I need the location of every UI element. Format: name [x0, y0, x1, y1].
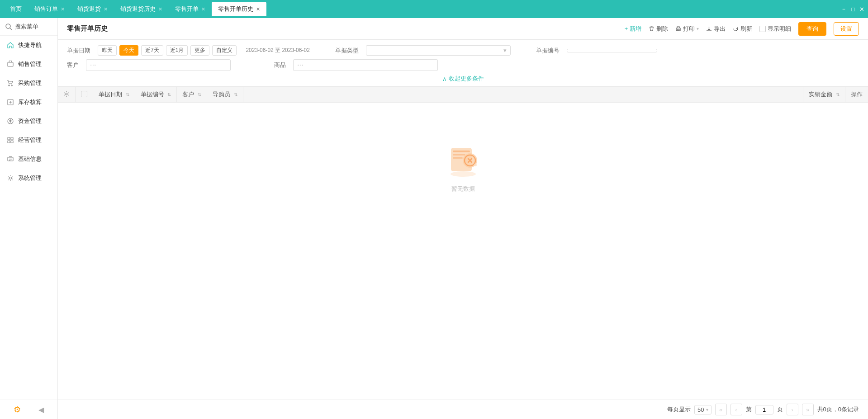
data-table: 单据日期 ⇅ 单据编号 ⇅ 客户 ⇅ 导购员 ⇅	[58, 87, 868, 103]
add-button[interactable]: + 新增	[625, 25, 641, 33]
tab-retail-open[interactable]: 零售开单 ✕	[169, 2, 212, 16]
svg-point-4	[11, 85, 12, 86]
date-range: 2023-06-02 至 2023-06-02	[246, 47, 309, 54]
sidebar-item-sales-mgmt[interactable]: 销售管理	[0, 55, 57, 74]
goods-input[interactable]: ···	[293, 59, 438, 71]
window-controls: － □ ✕	[841, 5, 864, 13]
date-btn-custom[interactable]: 自定义	[212, 45, 237, 56]
sidebar-item-purchase-mgmt[interactable]: 采购管理	[0, 74, 57, 93]
sidebar-item-basic-info[interactable]: 基础信息	[0, 150, 57, 169]
th-gear	[58, 87, 76, 103]
collapse-conditions-button[interactable]: ∧ 收起更多条件	[67, 75, 859, 83]
tab-home-label: 首页	[10, 5, 22, 13]
sidebar-bottom: ⚙ ◀	[0, 400, 57, 419]
gear-icon[interactable]	[63, 91, 70, 97]
per-page-arrow: ▾	[706, 407, 708, 412]
bill-type-label: 单据类型	[335, 47, 359, 55]
tab-sales-return[interactable]: 销货退货 ✕	[71, 2, 114, 16]
sidebar-item-sales-mgmt-label: 销售管理	[18, 60, 42, 68]
tab-retail-history[interactable]: 零售开单历史 ✕	[212, 2, 266, 16]
svg-point-23	[474, 164, 477, 166]
sidebar-item-system-mgmt-label: 系统管理	[18, 174, 42, 182]
print-button[interactable]: 打印 ▾	[675, 25, 699, 33]
sidebar-item-system-mgmt[interactable]: 系统管理	[0, 169, 57, 188]
th-customer[interactable]: 客户 ⇅	[177, 87, 207, 103]
th-number[interactable]: 单据编号 ⇅	[135, 87, 177, 103]
close-button[interactable]: ✕	[859, 6, 864, 13]
maximize-button[interactable]: □	[851, 6, 855, 13]
print-icon	[675, 26, 681, 32]
customer-dots: ···	[90, 61, 96, 69]
goods-label: 商品	[274, 61, 286, 69]
svg-rect-18	[453, 151, 470, 152]
th-date[interactable]: 单据日期 ⇅	[93, 87, 135, 103]
th-guide[interactable]: 导购员 ⇅	[207, 87, 243, 103]
tab-sales-return-history-close[interactable]: ✕	[158, 6, 162, 12]
bill-type-arrow: ▾	[503, 47, 507, 54]
total-info: 共0页，0条记录	[817, 405, 859, 414]
bill-type-select[interactable]: ▾	[366, 45, 511, 56]
tab-sales-return-close[interactable]: ✕	[104, 6, 108, 12]
checkbox-icon	[759, 26, 766, 32]
page-number-input[interactable]	[755, 405, 773, 414]
inventory-icon	[6, 98, 14, 106]
refresh-button[interactable]: 刷新	[733, 25, 752, 33]
sidebar: 搜索菜单 快捷导航 销售管理	[0, 18, 58, 419]
prev-page-button[interactable]: ‹	[730, 404, 742, 415]
bill-number-input[interactable]	[567, 49, 657, 52]
table-wrap: 单据日期 ⇅ 单据编号 ⇅ 客户 ⇅ 导购员 ⇅	[58, 87, 868, 400]
operation-icon	[6, 136, 14, 144]
sidebar-item-quick-nav[interactable]: 快捷导航	[0, 36, 57, 55]
svg-point-12	[9, 177, 12, 179]
date-btn-today[interactable]: 今天	[119, 45, 138, 56]
last-page-button[interactable]: »	[802, 404, 814, 415]
sidebar-item-quick-nav-label: 快捷导航	[18, 41, 42, 49]
show-detail-checkbox[interactable]: 显示明细	[759, 25, 791, 33]
settings-bottom-icon[interactable]: ⚙	[14, 405, 21, 414]
empty-text: 暂无数据	[451, 185, 475, 193]
date-btn-yesterday[interactable]: 昨天	[98, 45, 117, 56]
svg-point-15	[66, 93, 67, 95]
sidebar-item-finance-mgmt[interactable]: 资金管理	[0, 112, 57, 131]
tab-sales-order-close[interactable]: ✕	[61, 6, 65, 12]
tab-sales-order[interactable]: 销售订单 ✕	[28, 2, 71, 16]
th-action-label: 操作	[851, 91, 863, 98]
sidebar-item-operation-mgmt[interactable]: 经营管理	[0, 131, 57, 150]
th-check[interactable]	[76, 87, 93, 103]
svg-rect-20	[453, 157, 463, 159]
th-amount[interactable]: 实销金额 ⇅	[803, 87, 845, 103]
next-page-button[interactable]: ›	[787, 404, 798, 415]
system-icon	[6, 174, 14, 182]
th-number-sort: ⇅	[167, 92, 171, 97]
select-all-checkbox[interactable]	[81, 91, 87, 97]
date-btn-1month[interactable]: 近1月	[166, 45, 188, 56]
purchase-icon	[6, 79, 14, 87]
tab-sales-return-history[interactable]: 销货退货历史 ✕	[114, 2, 169, 16]
svg-rect-7	[8, 137, 10, 140]
sidebar-item-inventory-check[interactable]: 库存核算	[0, 93, 57, 112]
empty-illustration	[443, 139, 484, 179]
minimize-button[interactable]: －	[841, 5, 847, 13]
per-page-select[interactable]: 50 ▾	[694, 405, 711, 414]
filter-area: 单据日期 昨天 今天 近7天 近1月 更多 自定义 2023-06-02 至 2…	[58, 40, 868, 87]
settings-button[interactable]: 设置	[834, 22, 859, 36]
date-btn-more[interactable]: 更多	[190, 45, 209, 56]
tab-retail-open-close[interactable]: ✕	[201, 6, 205, 12]
tab-retail-history-close[interactable]: ✕	[256, 6, 260, 12]
content-area: 零售开单历史 + 新增 删除 打印 ▾	[58, 18, 868, 419]
query-button[interactable]: 查询	[798, 22, 826, 36]
first-page-button[interactable]: «	[715, 404, 727, 415]
sidebar-search-label: 搜索菜单	[15, 23, 38, 31]
page-header: 零售开单历史 + 新增 删除 打印 ▾	[58, 18, 868, 40]
tab-sales-order-label: 销售订单	[34, 5, 58, 13]
per-page-value: 50	[697, 406, 704, 413]
collapse-sidebar-icon[interactable]: ◀	[38, 405, 44, 414]
th-date-label: 单据日期	[99, 91, 122, 98]
svg-rect-8	[11, 137, 13, 140]
export-button[interactable]: 导出	[706, 25, 726, 33]
delete-button[interactable]: 删除	[649, 25, 668, 33]
tab-home[interactable]: 首页	[4, 2, 28, 16]
sidebar-search[interactable]: 搜索菜单	[0, 18, 57, 36]
customer-input[interactable]: ···	[86, 59, 231, 71]
date-btn-7days[interactable]: 近7天	[141, 45, 163, 56]
